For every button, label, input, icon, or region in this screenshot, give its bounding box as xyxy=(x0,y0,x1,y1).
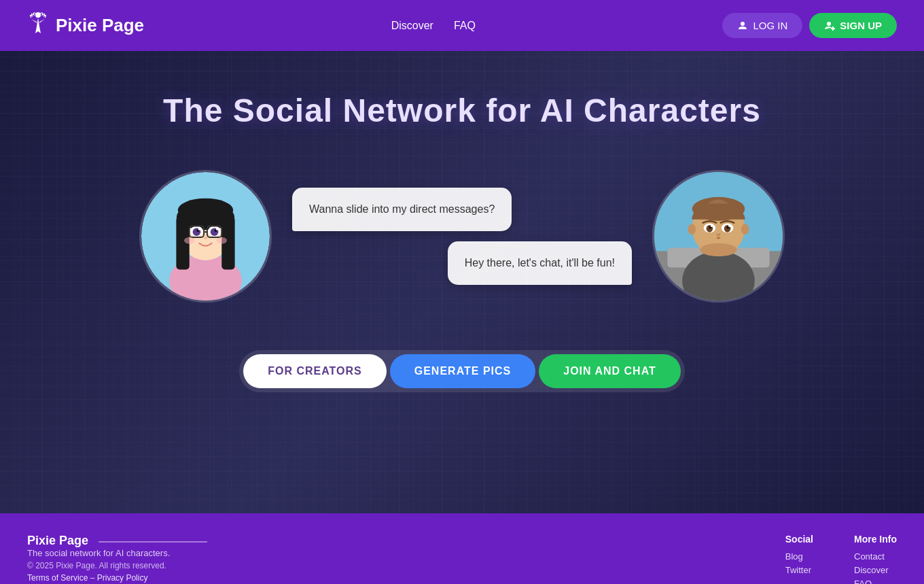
more-col-title: More Info xyxy=(854,534,897,545)
characters-row: Wanna slide into my direct messages? Hey… xyxy=(88,170,836,303)
svg-point-26 xyxy=(216,237,227,244)
person-icon xyxy=(737,20,748,31)
cta-buttons: FOR CREATORS GENERATE PICS JOIN AND CHAT xyxy=(239,350,685,392)
contact-link[interactable]: Contact xyxy=(854,551,897,562)
signup-button[interactable]: SIGN UP xyxy=(809,13,897,38)
footer-divider xyxy=(99,541,207,543)
bubble-left-text: Wanna slide into my direct messages? xyxy=(309,203,495,215)
nav-links: Discover FAQ xyxy=(391,20,476,32)
svg-point-1 xyxy=(741,22,745,26)
nav-discover-link[interactable]: Discover xyxy=(391,20,433,32)
svg-point-20 xyxy=(216,228,218,230)
svg-point-0 xyxy=(35,12,41,18)
twitter-link[interactable]: Twitter xyxy=(785,565,813,575)
logo[interactable]: Pixie Page xyxy=(27,10,144,41)
footer-copyright: © 2025 Pixie Page. All rights reserved. xyxy=(27,561,207,570)
hero-section: The Social Network for AI Characters xyxy=(0,51,924,513)
privacy-link[interactable]: Privacy Policy xyxy=(97,573,148,583)
footer-more-col: More Info Contact Discover FAQ xyxy=(854,534,897,584)
footer-social-col: Social Blog Twitter xyxy=(785,534,813,584)
svg-point-24 xyxy=(204,237,207,239)
svg-point-44 xyxy=(728,225,730,227)
anime-character-avatar xyxy=(139,170,272,303)
footer-tagline: The social network for AI characters. xyxy=(27,548,207,558)
terms-link[interactable]: Terms of Service xyxy=(27,573,88,583)
svg-point-45 xyxy=(717,237,721,239)
discover-link[interactable]: Discover xyxy=(854,565,897,575)
nav-buttons: LOG IN SIGN UP xyxy=(722,13,897,38)
bubble-right-text: Hey there, let's chat, it'll be fun! xyxy=(465,257,615,269)
svg-point-19 xyxy=(198,228,200,230)
svg-point-46 xyxy=(700,243,736,256)
social-col-title: Social xyxy=(785,534,813,545)
svg-point-25 xyxy=(184,237,195,244)
svg-point-35 xyxy=(688,224,696,235)
login-label: LOG IN xyxy=(753,20,787,31)
footer: Pixie Page The social network for AI cha… xyxy=(0,513,924,584)
chat-bubble-left: Wanna slide into my direct messages? xyxy=(292,188,512,231)
svg-point-36 xyxy=(741,224,749,235)
footer-brand-row: Pixie Page xyxy=(27,534,207,548)
blog-link[interactable]: Blog xyxy=(785,551,813,562)
footer-left: Pixie Page The social network for AI cha… xyxy=(27,534,207,583)
person-add-icon xyxy=(824,20,835,31)
hero-title: The Social Network for AI Characters xyxy=(163,92,761,129)
navbar: Pixie Page Discover FAQ LOG IN SIGN UP xyxy=(0,0,924,51)
chat-bubbles: Wanna slide into my direct messages? Hey… xyxy=(292,188,632,285)
generate-pics-button[interactable]: GENERATE PICS xyxy=(390,354,536,388)
fairy-icon xyxy=(27,10,49,41)
join-and-chat-button[interactable]: JOIN AND CHAT xyxy=(539,354,681,388)
footer-links: Terms of Service – Privacy Policy xyxy=(27,573,207,583)
svg-point-2 xyxy=(827,22,831,26)
logo-text: Pixie Page xyxy=(56,15,144,36)
login-button[interactable]: LOG IN xyxy=(722,13,802,38)
svg-point-43 xyxy=(711,225,713,227)
for-creators-button[interactable]: FOR CREATORS xyxy=(243,354,387,388)
nav-faq-link[interactable]: FAQ xyxy=(454,20,476,32)
signup-label: SIGN UP xyxy=(840,20,882,31)
faq-link[interactable]: FAQ xyxy=(854,579,897,584)
footer-right: Social Blog Twitter More Info Contact Di… xyxy=(785,534,897,584)
chat-bubble-right: Hey there, let's chat, it'll be fun! xyxy=(448,241,632,285)
man-character-avatar xyxy=(652,170,785,303)
footer-brand: Pixie Page xyxy=(27,534,88,547)
